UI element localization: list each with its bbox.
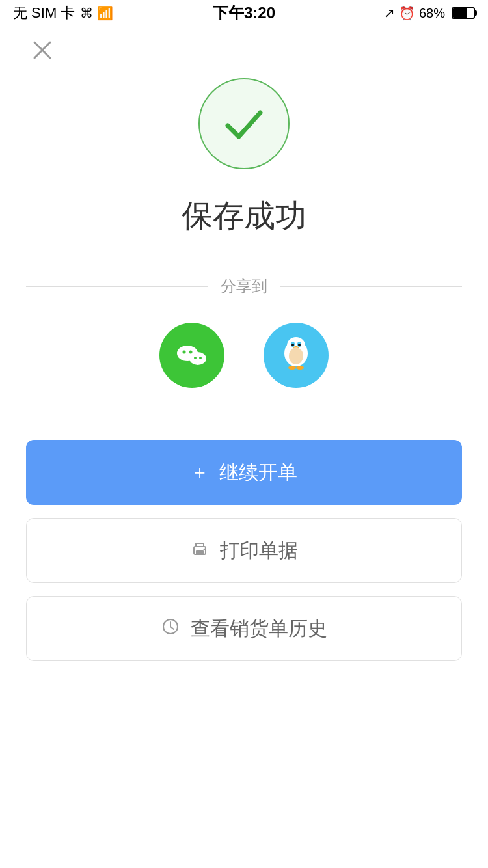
- location-icon: ↗: [384, 5, 395, 21]
- status-bar: 无 SIM 卡 ⌘︎ 📶 下午3:20 ↗ ⏰ 68%: [0, 0, 488, 26]
- status-left: 无 SIM 卡 ⌘︎ 📶: [13, 3, 113, 23]
- continue-button[interactable]: ＋ 继续开单: [26, 440, 462, 505]
- continue-label: 继续开单: [219, 459, 297, 486]
- history-label: 查看销货单历史: [191, 616, 327, 642]
- share-divider: 分享到: [0, 276, 488, 297]
- print-label: 打印单据: [220, 537, 298, 564]
- checkmark-icon: [221, 101, 267, 146]
- svg-rect-19: [196, 550, 204, 554]
- success-title: 保存成功: [182, 195, 306, 237]
- print-button[interactable]: 打印单据: [26, 518, 462, 583]
- svg-point-5: [189, 351, 193, 354]
- divider-line-left: [26, 286, 208, 287]
- clock-icon: [161, 617, 180, 641]
- success-circle: [198, 78, 290, 169]
- battery-icon: [452, 7, 475, 19]
- action-buttons: ＋ 继续开单 打印单据: [0, 440, 488, 661]
- svg-point-7: [199, 357, 202, 359]
- main-content: 保存成功 分享到: [0, 26, 488, 661]
- battery-percent: 68%: [419, 6, 445, 21]
- svg-point-6: [194, 357, 197, 359]
- wechat-share-button[interactable]: [159, 323, 224, 388]
- close-icon: [33, 40, 52, 60]
- svg-point-16: [288, 366, 296, 370]
- share-label: 分享到: [208, 276, 280, 297]
- svg-point-20: [204, 548, 206, 550]
- divider-line-right: [280, 286, 462, 287]
- history-button[interactable]: 查看销货单历史: [26, 596, 462, 661]
- share-icons: [159, 323, 329, 388]
- plus-icon: ＋: [191, 460, 209, 485]
- wechat-icon: [173, 336, 211, 374]
- svg-point-4: [183, 351, 186, 354]
- svg-point-17: [296, 366, 304, 370]
- svg-point-11: [291, 344, 294, 346]
- svg-line-23: [170, 627, 174, 629]
- qq-icon: [278, 335, 314, 375]
- no-sim-label: 无 SIM 卡: [13, 3, 75, 23]
- qq-share-button[interactable]: [264, 323, 329, 388]
- status-time: 下午3:20: [213, 3, 275, 23]
- close-button[interactable]: [26, 34, 59, 66]
- svg-point-3: [189, 352, 206, 365]
- printer-icon: [190, 539, 210, 563]
- svg-point-15: [289, 347, 303, 364]
- alarm-icon: ⏰: [399, 5, 415, 21]
- status-right: ↗ ⏰ 68%: [384, 5, 475, 21]
- wifi-icon: ⌘︎ 📶: [80, 5, 113, 21]
- svg-point-13: [298, 344, 301, 346]
